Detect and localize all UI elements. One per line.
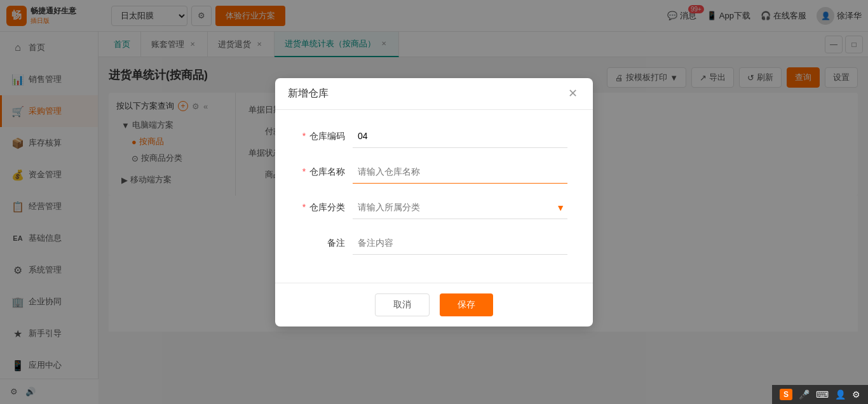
category-label: * 仓库分类 — [301, 202, 345, 213]
keyboard-icon[interactable]: ⌨ — [816, 389, 829, 400]
modal-footer: 取消 保存 — [275, 283, 593, 327]
modal-title: 新增仓库 — [288, 87, 329, 100]
note-label: 备注 — [301, 238, 345, 249]
status-bar: S 🎤 ⌨ 👤 ⚙ — [772, 385, 868, 404]
note-input[interactable] — [353, 232, 567, 255]
cancel-button[interactable]: 取消 — [375, 293, 430, 316]
required-star-category: * — [302, 202, 306, 212]
modal-header: 新增仓库 ✕ — [275, 78, 593, 110]
modal-close-button[interactable]: ✕ — [565, 86, 580, 101]
code-input[interactable] — [353, 125, 567, 148]
settings-bottom-bar-icon[interactable]: ⚙ — [852, 389, 860, 400]
mic-icon[interactable]: 🎤 — [799, 389, 810, 400]
code-label: * 仓库编码 — [301, 131, 345, 142]
category-dropdown-icon: ▼ — [556, 203, 565, 213]
required-star-name: * — [302, 166, 306, 177]
category-input[interactable] — [353, 196, 567, 219]
form-row-category: * 仓库分类 ▼ — [301, 196, 567, 219]
name-label: * 仓库名称 — [301, 166, 345, 178]
modal-overlay[interactable]: 新增仓库 ✕ * 仓库编码 * 仓库名称 — [0, 0, 868, 404]
user-bottom-icon[interactable]: 👤 — [835, 389, 846, 400]
s-icon: S — [780, 389, 792, 400]
name-input[interactable] — [353, 161, 567, 184]
form-row-name: * 仓库名称 — [301, 161, 567, 184]
add-warehouse-modal: 新增仓库 ✕ * 仓库编码 * 仓库名称 — [275, 78, 593, 327]
form-row-code: * 仓库编码 — [301, 125, 567, 148]
category-select-wrapper: ▼ — [353, 196, 567, 219]
required-star-code: * — [302, 131, 306, 141]
form-row-note: 备注 — [301, 232, 567, 255]
modal-body: * 仓库编码 * 仓库名称 * 仓库分类 — [275, 110, 593, 283]
save-button[interactable]: 保存 — [440, 293, 493, 316]
